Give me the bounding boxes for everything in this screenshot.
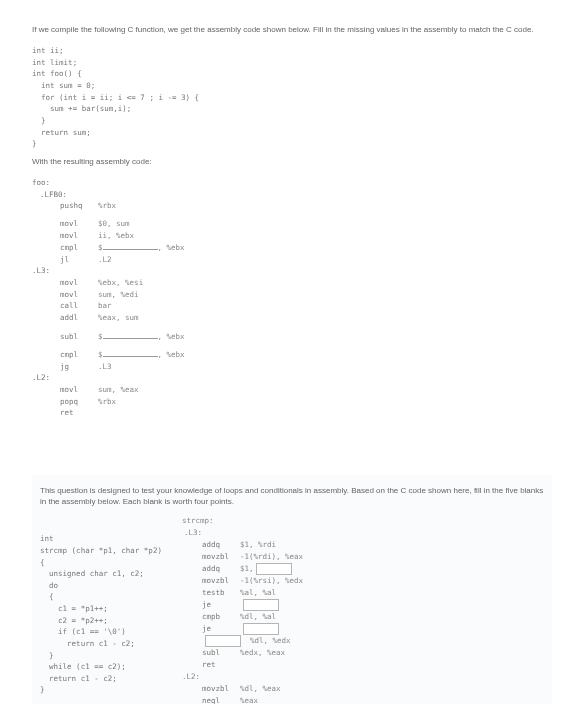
q2-intro: This question is designed to test your k… [40,485,544,507]
fill-blank[interactable] [103,241,158,250]
q1-resulting-label: With the resulting assembly code: [32,156,552,167]
fill-blank[interactable] [103,348,158,357]
fill-blank[interactable] [205,635,241,647]
q2-left-proto: strcmp (char *p1, char *p2) [40,545,162,557]
q1-c-code: int ii; int limit; int foo() { int sum =… [32,45,552,150]
q2-asm: strcmp:.L3:addq$1, %rdimovzbl-1(%rdi), %… [182,515,544,704]
fill-blank[interactable] [243,599,279,611]
fill-blank[interactable] [256,563,292,575]
fill-blank[interactable] [103,330,158,339]
q1-intro: If we compile the following C function, … [32,24,552,35]
fill-blank[interactable] [243,623,279,635]
q1-asm: foo:.LFB0:pushq%rbxmovl$0, summovlii, %e… [32,177,552,419]
q2-left-header: int [40,533,162,545]
q2-c-code: { unsigned char c1, c2; do { c1 = *p1++;… [40,557,162,697]
